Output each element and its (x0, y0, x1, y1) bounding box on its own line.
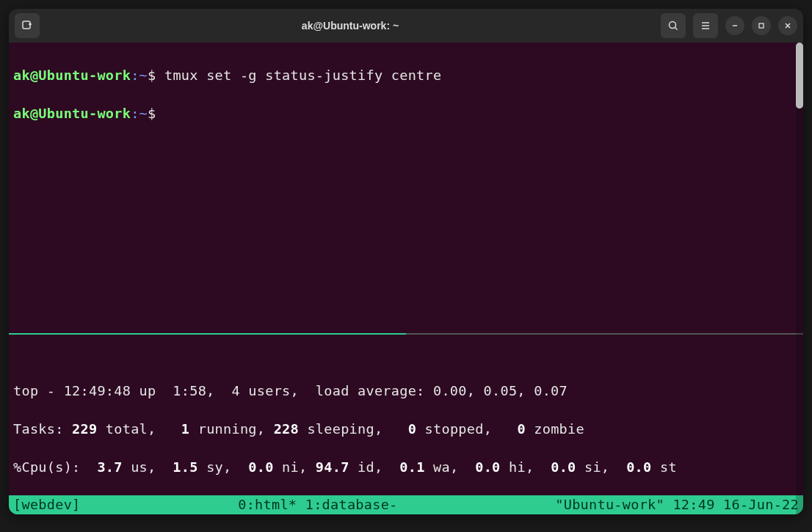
search-icon (667, 20, 679, 32)
new-tab-button[interactable] (15, 13, 40, 38)
prompt-symbol: $ (148, 68, 156, 83)
minimize-button[interactable] (725, 16, 744, 35)
minimize-icon (731, 22, 739, 29)
top-tasks-line: Tasks: 229 total, 1 running, 228 sleepin… (13, 420, 799, 439)
close-button[interactable] (778, 16, 797, 35)
prompt-path: ~ (139, 68, 148, 83)
svg-point-1 (670, 22, 676, 29)
top-cpu-line: %Cpu(s): 3.7 us, 1.5 sy, 0.0 ni, 94.7 id… (13, 458, 799, 477)
terminal-window: ak@Ubuntu-work: ~ (9, 9, 803, 514)
titlebar: ak@Ubuntu-work: ~ (9, 9, 803, 43)
prompt-line-2: ak@Ubuntu-work:~$ (13, 104, 799, 123)
tmux-status-right: "Ubuntu-work" 12:49 16-Jun-22 (555, 495, 799, 514)
hamburger-icon (700, 20, 711, 32)
tmux-pane-divider[interactable] (9, 333, 803, 335)
tmux-status-bar: [webdev] 0:html* 1:database- "Ubuntu-wor… (9, 495, 803, 514)
blank-area (13, 142, 799, 314)
top-summary-line-1: top - 12:49:48 up 1:58, 4 users, load av… (13, 382, 799, 401)
maximize-button[interactable] (752, 16, 771, 35)
hamburger-menu-button[interactable] (693, 13, 718, 38)
prompt-user: ak@Ubuntu-work (13, 68, 131, 83)
terminal-body[interactable]: ak@Ubuntu-work:~$ tmux set -g status-jus… (9, 43, 803, 514)
tmux-session-name[interactable]: [webdev] (13, 495, 81, 514)
close-icon (784, 22, 791, 29)
prompt-line-1: ak@Ubuntu-work:~$ tmux set -g status-jus… (13, 66, 799, 85)
tmux-window-list[interactable]: 0:html* 1:database- (81, 495, 556, 514)
scrollbar[interactable] (796, 43, 803, 514)
maximize-icon (758, 22, 765, 29)
svg-rect-2 (759, 23, 764, 28)
scrollbar-thumb[interactable] (796, 43, 803, 109)
search-button[interactable] (661, 13, 686, 38)
new-tab-icon (21, 20, 33, 32)
svg-rect-0 (23, 21, 30, 29)
command-text: tmux set -g status-justify centre (164, 68, 441, 83)
window-title: ak@Ubuntu-work: ~ (40, 20, 661, 32)
